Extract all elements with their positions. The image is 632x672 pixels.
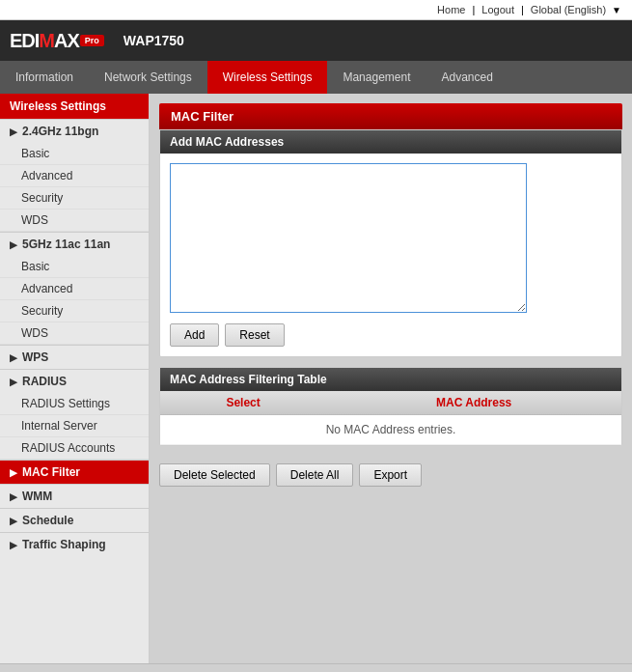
mac-address-input[interactable] [170,163,527,313]
sidebar-group-5g[interactable]: ▶ 5GHz 11ac 11an [0,232,149,256]
expand-icon-schedule: ▶ [10,516,17,526]
sidebar-title: Wireless Settings [0,94,149,119]
nav-management[interactable]: Management [327,61,426,94]
logo: EDIMAX Pro [10,30,104,52]
filter-table-box: MAC Address Filtering Table Select MAC A… [159,367,622,446]
sidebar-group-5g-label: 5GHz 11ac 11an [22,238,110,251]
delete-all-button[interactable]: Delete All [276,463,354,487]
footer: Copyright 2014 © EDIMAX Technology Co., … [0,663,632,672]
sidebar-group-schedule-label: Schedule [22,514,73,527]
export-button[interactable]: Export [359,463,422,487]
sidebar-group-wps[interactable]: ▶ WPS [0,345,149,369]
sidebar-group-traffic[interactable]: ▶ Traffic Shaping [0,532,149,556]
col-select: Select [160,391,326,415]
sidebar-item-5g-advanced[interactable]: Advanced [0,278,149,300]
content-area: MAC Filter Add MAC Addresses Add Reset M… [150,94,632,663]
sidebar-item-5g-wds[interactable]: WDS [0,322,149,345]
sidebar-group-wps-label: WPS [22,350,48,364]
dropdown-arrow-icon: ▼ [612,5,621,15]
main-layout: Wireless Settings ▶ 2.4GHz 11bgn Basic A… [0,94,632,663]
sidebar-item-5g-basic[interactable]: Basic [0,256,149,278]
sidebar-group-radius-label: RADIUS [22,375,67,388]
logout-link[interactable]: Logout [481,4,514,15]
topbar: Home | Logout | Global (English) ▼ [0,0,632,20]
delete-selected-button[interactable]: Delete Selected [159,463,270,487]
device-name: WAP1750 [124,33,184,48]
sidebar-item-2g-basic[interactable]: Basic [0,143,149,165]
mac-filter-table: Select MAC Address No MAC Address entrie… [160,391,621,445]
sidebar-item-2g-security[interactable]: Security [0,187,149,210]
expand-icon-wps: ▶ [10,352,17,363]
add-section-header: Add MAC Addresses [160,130,621,154]
expand-icon-mac: ▶ [10,467,17,478]
sidebar-item-radius-accounts[interactable]: RADIUS Accounts [0,437,149,460]
sidebar-item-5g-security[interactable]: Security [0,300,149,322]
sidebar-group-wmm[interactable]: ▶ WMM [0,484,149,508]
home-link[interactable]: Home [437,4,465,15]
nav: Information Network Settings Wireless Se… [0,61,632,94]
sidebar-group-traffic-label: Traffic Shaping [22,538,106,551]
table-wrapper: Select MAC Address No MAC Address entrie… [160,391,621,445]
add-button-row: Add Reset [170,323,612,347]
nav-advanced[interactable]: Advanced [426,61,508,94]
expand-icon-traffic: ▶ [10,540,17,550]
add-section-body: Add Reset [160,154,621,356]
table-header-row: Select MAC Address [160,391,621,415]
sidebar-group-mac-filter[interactable]: ▶ MAC Filter [0,460,149,484]
reset-button[interactable]: Reset [225,323,284,347]
sidebar-group-wmm-label: WMM [22,490,52,503]
sidebar-item-2g-wds[interactable]: WDS [0,210,149,232]
nav-wireless-settings[interactable]: Wireless Settings [207,61,328,94]
action-buttons: Delete Selected Delete All Export [159,456,622,494]
separator2: | [521,4,524,15]
table-empty-row: No MAC Address entries. [160,415,621,445]
nav-network-settings[interactable]: Network Settings [89,61,207,94]
logo-text: EDIMAX [10,30,79,52]
sidebar-group-2g[interactable]: ▶ 2.4GHz 11bgn [0,119,149,143]
col-mac-address: MAC Address [326,391,621,415]
nav-information[interactable]: Information [0,61,89,94]
sidebar-group-radius[interactable]: ▶ RADIUS [0,369,149,393]
pro-badge: Pro [80,35,104,46]
expand-icon-wmm: ▶ [10,491,17,502]
empty-message: No MAC Address entries. [160,415,621,445]
sidebar-group-2g-label: 2.4GHz 11bgn [22,125,98,138]
expand-icon: ▶ [10,126,17,137]
add-button[interactable]: Add [170,323,219,347]
separator1: | [472,4,475,15]
expand-icon-5g: ▶ [10,239,17,250]
expand-icon-radius: ▶ [10,377,17,387]
sidebar-item-2g-advanced[interactable]: Advanced [0,165,149,187]
sidebar-group-mac-label: MAC Filter [22,465,80,479]
page-title: MAC Filter [159,103,622,129]
header: EDIMAX Pro WAP1750 [0,20,632,61]
sidebar: Wireless Settings ▶ 2.4GHz 11bgn Basic A… [0,94,150,663]
language-selector[interactable]: Global (English) [531,4,606,15]
table-section-header: MAC Address Filtering Table [160,368,621,391]
add-mac-box: Add MAC Addresses Add Reset [159,129,622,357]
sidebar-group-schedule[interactable]: ▶ Schedule [0,508,149,532]
sidebar-item-internal-server[interactable]: Internal Server [0,415,149,437]
sidebar-item-radius-settings[interactable]: RADIUS Settings [0,393,149,415]
